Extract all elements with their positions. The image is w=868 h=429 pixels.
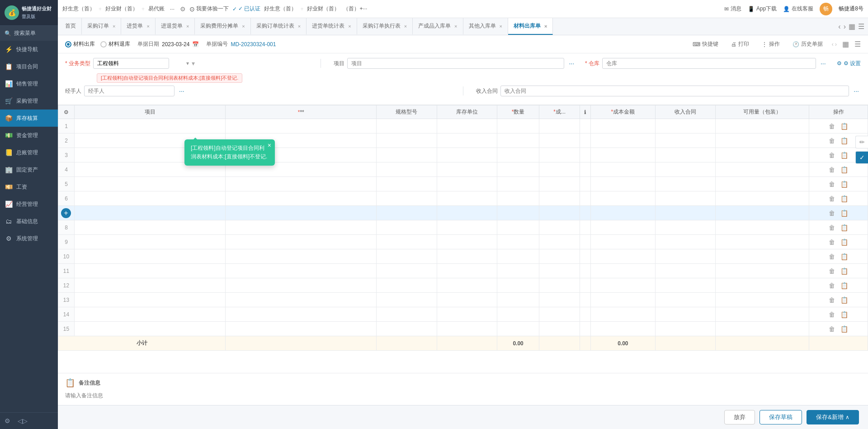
row-8-spec[interactable] <box>377 220 437 235</box>
topbar-certified-more[interactable]: （首）+··· <box>343 5 367 13</box>
row-5-copy-btn[interactable]: 📋 <box>839 180 850 189</box>
row-13-project[interactable] <box>75 293 226 307</box>
row-3-income-contract[interactable] <box>655 148 715 162</box>
row-9-spec[interactable] <box>377 235 437 249</box>
sidebar-item-business[interactable]: 📈经营管理 <box>0 195 58 213</box>
topbar-settings-icon[interactable]: ⚙ <box>180 5 186 13</box>
tab-grid-view[interactable]: ▦ <box>849 22 855 31</box>
row-11-unit[interactable] <box>437 264 497 278</box>
row-3-delete-btn[interactable]: 🗑 <box>827 151 837 160</box>
row-9-income-contract[interactable] <box>655 235 715 249</box>
row-15-cost-amount[interactable] <box>590 322 655 336</box>
row-1-copy-btn[interactable]: 📋 <box>839 122 850 131</box>
row-13-delete-btn[interactable]: 🗑 <box>827 296 837 305</box>
history-btn[interactable]: 🕐 历史单据 <box>789 39 826 49</box>
sidebar-item-accounting[interactable]: 📒总账管理 <box>0 144 58 161</box>
tab-material_out[interactable]: 材料出库单× <box>508 18 553 35</box>
row-12-material[interactable] <box>226 278 377 293</box>
topbar-certified-link2[interactable]: 好业财（首） <box>307 5 340 13</box>
warehouse-input[interactable] <box>602 58 816 69</box>
row-15-cost[interactable] <box>539 322 580 336</box>
topbar-trial[interactable]: ⊙ 我要体验一下 <box>189 5 229 13</box>
save-draft-button[interactable]: 保存草稿 <box>760 410 802 424</box>
row-2-income-contract[interactable] <box>655 133 715 148</box>
row-9-project[interactable] <box>75 235 226 249</box>
tab-purchase_exec[interactable]: 采购订单执行表× <box>357 18 413 35</box>
row-12-cost-amount[interactable] <box>590 278 655 293</box>
row-11-cost[interactable] <box>539 264 580 278</box>
row-3-cost-amount[interactable] <box>590 148 655 162</box>
row-6-available[interactable] <box>716 191 809 206</box>
topbar-certified-link1[interactable]: 好生意（首） <box>264 5 297 13</box>
row-6-cost-amount[interactable] <box>590 191 655 206</box>
row-7-copy-btn[interactable]: 📋 <box>839 209 850 218</box>
operations-btn[interactable]: ⋮ 操作 <box>758 39 783 49</box>
row-14-qty[interactable] <box>497 307 539 322</box>
row-1-cost-amount[interactable] <box>590 119 655 133</box>
project-more-btn[interactable]: ··· <box>567 60 576 67</box>
topbar-more[interactable]: ··· <box>168 6 176 12</box>
row-1-project[interactable] <box>75 119 226 133</box>
row-12-cost[interactable] <box>539 278 580 293</box>
row-5-available[interactable] <box>716 177 809 191</box>
row-15-project[interactable] <box>75 322 226 336</box>
row-9-unit[interactable] <box>437 235 497 249</box>
sidebar-item-inventory[interactable]: 📦库存核算 <box>0 110 58 127</box>
row-10-unit[interactable] <box>437 249 497 264</box>
row-5-income-contract[interactable] <box>655 177 715 191</box>
row-4-copy-btn[interactable]: 📋 <box>839 165 850 174</box>
row-1-spec[interactable] <box>377 119 437 133</box>
right-float-edit-btn[interactable]: ✏ <box>855 136 868 148</box>
row-13-material[interactable] <box>226 293 377 307</box>
row-6-copy-btn[interactable]: 📋 <box>839 194 850 203</box>
row-4-spec[interactable] <box>377 162 437 177</box>
sidebar-item-fixed_assets[interactable]: 🏢固定资产 <box>0 161 58 178</box>
row-4-cost-amount[interactable] <box>590 162 655 177</box>
row-2-qty[interactable] <box>497 133 539 148</box>
row-15-unit[interactable] <box>437 322 497 336</box>
row-13-available[interactable] <box>716 293 809 307</box>
topbar-link-2[interactable]: 好业财（首） <box>105 5 138 13</box>
row-2-cost[interactable] <box>539 133 580 148</box>
row-14-project[interactable] <box>75 307 226 322</box>
row-8-material[interactable] <box>226 220 377 235</box>
topbar-link-1[interactable]: 好生意（首） <box>62 5 95 13</box>
row-10-project[interactable] <box>75 249 226 264</box>
row-10-cost-amount[interactable] <box>590 249 655 264</box>
row-2-delete-btn[interactable]: 🗑 <box>827 136 837 145</box>
print-btn[interactable]: 🖨 打印 <box>727 39 753 49</box>
topbar-certified[interactable]: ✓✓ 已认证 <box>232 5 260 13</box>
row-7-delete-btn[interactable]: 🗑 <box>827 209 837 218</box>
row-3-qty[interactable] <box>497 148 539 162</box>
row-7-available[interactable] <box>716 206 809 220</box>
row-3-available[interactable] <box>716 148 809 162</box>
row-2-available[interactable] <box>716 133 809 148</box>
tab-product_in[interactable]: 产成品入库单× <box>413 18 463 35</box>
row-6-spec[interactable] <box>377 191 437 206</box>
view-toggle-grid[interactable]: ▦ <box>842 40 849 48</box>
sidebar-settings-icon[interactable]: ⚙ <box>5 417 10 424</box>
row-11-income-contract[interactable] <box>655 264 715 278</box>
tab-goods_receipt[interactable]: 进货单× <box>121 18 155 35</box>
topbar-link-3[interactable]: 易代账 <box>148 5 165 13</box>
row-7-cost[interactable] <box>539 206 580 220</box>
tab-purchase_cost[interactable]: 采购费用分摊单× <box>195 18 250 35</box>
operator-input[interactable] <box>84 86 175 96</box>
tab-close-purchase_exec[interactable]: × <box>404 24 407 29</box>
row-6-qty[interactable] <box>497 191 539 206</box>
tab-other_in[interactable]: 其他入库单× <box>463 18 508 35</box>
row-13-cost-amount[interactable] <box>590 293 655 307</box>
tab-list-view[interactable]: ☰ <box>858 22 864 31</box>
project-input[interactable] <box>347 58 565 69</box>
row-8-cost[interactable] <box>539 220 580 235</box>
row-2-unit[interactable] <box>437 133 497 148</box>
row-1-cost[interactable] <box>539 119 580 133</box>
row-11-copy-btn[interactable]: 📋 <box>839 267 850 276</box>
row-8-delete-btn[interactable]: 🗑 <box>827 223 837 232</box>
row-4-available[interactable] <box>716 162 809 177</box>
row-11-spec[interactable] <box>377 264 437 278</box>
row-14-available[interactable] <box>716 307 809 322</box>
row-13-copy-btn[interactable]: 📋 <box>839 296 850 305</box>
discard-button[interactable]: 放弃 <box>724 410 755 424</box>
row-3-copy-btn[interactable]: 📋 <box>839 151 850 160</box>
